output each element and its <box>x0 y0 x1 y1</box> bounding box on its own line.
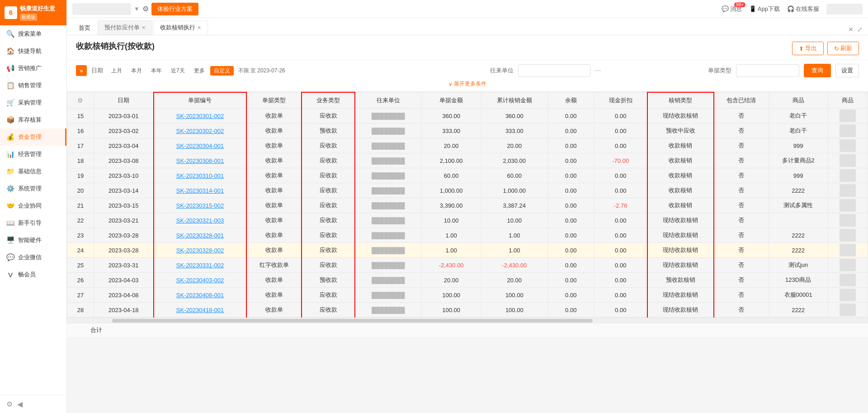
cell-product-img <box>828 273 868 288</box>
date-opt-7days[interactable]: 近7天 <box>167 66 189 76</box>
date-opt-more[interactable]: 更多 <box>190 66 208 76</box>
doc-no-link[interactable]: SK-20230408-001 <box>176 292 224 299</box>
sidebar-item-hardware[interactable]: 🖥️ 智能硬件 <box>0 232 66 249</box>
topbar-gear-icon[interactable]: ⚙ <box>142 5 149 13</box>
cell-cash-discount: 0.00 <box>594 243 647 258</box>
cell-cash-discount: 0.00 <box>594 183 647 198</box>
cell-balance: 0.00 <box>547 198 594 213</box>
date-opt-thisyear[interactable]: 本年 <box>147 66 165 76</box>
cell-balance: 0.00 <box>547 153 594 168</box>
collapse-icon[interactable]: ◀ <box>17 400 23 408</box>
sidebar-item-enterprise[interactable]: 🤝 企业协同 <box>0 197 66 214</box>
topbar-dropdown-icon[interactable]: ▼ <box>134 5 140 12</box>
cell-doc-no[interactable]: SK-20230304-001 <box>154 138 247 153</box>
refresh-button[interactable]: ↻ 刷新 <box>827 42 859 55</box>
chevron-down-icon: ∨ <box>448 81 453 87</box>
tab-verify[interactable]: 收款核销执行 ✕ <box>153 20 208 35</box>
cell-doc-no[interactable]: SK-20230403-002 <box>154 273 247 288</box>
date-opt-custom[interactable]: 自定义 <box>210 66 234 76</box>
window-close-icon[interactable]: ✕ <box>848 26 854 33</box>
cell-include-settled: 否 <box>714 183 769 198</box>
doc-no-link[interactable]: SK-20230418-001 <box>176 307 224 313</box>
online-service[interactable]: 🎧 在线客服 <box>787 5 819 13</box>
cell-doc-no[interactable]: SK-20230301-002 <box>154 109 247 123</box>
horizontal-scrollbar[interactable] <box>67 318 868 323</box>
doc-no-link[interactable]: SK-20230314-001 <box>176 187 224 194</box>
window-maximize-icon[interactable]: ⤢ <box>857 26 863 33</box>
column-settings-icon[interactable]: ⚙ <box>77 97 83 104</box>
doc-no-link[interactable]: SK-20230315-002 <box>176 202 224 209</box>
cell-doc-no[interactable]: SK-20230321-003 <box>154 213 247 228</box>
sidebar-item-operations[interactable]: 📊 经营管理 <box>0 146 66 163</box>
message-area[interactable]: 💬 消息 99+ <box>722 5 742 13</box>
cell-doc-no[interactable]: SK-20230328-002 <box>154 243 247 258</box>
cell-cash-discount: 0.00 <box>594 138 647 153</box>
sidebar-item-marketing[interactable]: 📢 营销推广 <box>0 60 66 77</box>
voucher-type-select[interactable] <box>736 64 799 77</box>
cell-include-settled: 否 <box>714 303 769 318</box>
cell-doc-no[interactable]: SK-20230328-001 <box>154 228 247 243</box>
tab-close-prepayment[interactable]: ✕ <box>142 25 146 31</box>
sidebar-logo: 6 畅康道好生意 标推版 <box>0 0 66 25</box>
sidebar-item-shortcut[interactable]: 🏠 快捷导航 <box>0 43 66 60</box>
cell-doc-no[interactable]: SK-20230302-002 <box>154 123 247 138</box>
table-row: 162023-03-02SK-20230302-002收款单预收款███████… <box>67 123 868 138</box>
app-download[interactable]: 📱 App下载 <box>749 5 780 13</box>
doc-no-link[interactable]: SK-20230328-002 <box>176 247 224 254</box>
solution-button[interactable]: 体验行业方案 <box>151 3 198 15</box>
doc-no-link[interactable]: SK-20230328-001 <box>176 232 224 239</box>
cell-doc-no[interactable]: SK-20230314-001 <box>154 183 247 198</box>
sidebar-item-member[interactable]: V 畅会员 <box>0 266 66 283</box>
table-wrapper[interactable]: ⚙ 日期 单据编号 单据类型 业务类型 往来单位 单据金额 累计核销金额 余额 … <box>67 92 868 413</box>
sidebar-item-sales[interactable]: 📋 销售管理 <box>0 77 66 94</box>
tab-home[interactable]: 首页 <box>72 21 97 35</box>
cell-include-settled: 否 <box>714 138 769 153</box>
doc-no-link[interactable]: SK-20230403-002 <box>176 277 224 284</box>
cell-doc-type: 收款单 <box>246 168 302 183</box>
cell-doc-no[interactable]: SK-20230310-001 <box>154 168 247 183</box>
cell-doc-type: 收款单 <box>246 183 302 198</box>
cell-doc-no[interactable]: SK-20230331-002 <box>154 258 247 273</box>
cell-partner: ████████ <box>355 168 421 183</box>
sidebar-item-wechat[interactable]: 💬 企业微信 <box>0 249 66 266</box>
tab-prepayment[interactable]: 预付款应付单 ✕ <box>98 20 152 35</box>
table-footer: 合计 <box>67 323 868 337</box>
partner-input[interactable] <box>518 64 590 77</box>
sidebar-item-system[interactable]: ⚙️ 系统管理 <box>0 180 66 197</box>
doc-no-link[interactable]: SK-20230301-002 <box>176 113 224 119</box>
th-settings[interactable]: ⚙ <box>67 92 94 109</box>
sidebar-item-basic[interactable]: 📁 基础信息 <box>0 163 66 180</box>
system-icon: ⚙️ <box>6 185 14 193</box>
cell-biz-type: 应收款 <box>302 228 355 243</box>
cell-doc-no[interactable]: SK-20230315-002 <box>154 198 247 213</box>
export-button[interactable]: ⬆ 导出 <box>792 42 824 55</box>
query-button[interactable]: 查询 <box>804 64 831 77</box>
doc-no-link[interactable]: SK-20230310-001 <box>176 172 224 179</box>
cell-id: 23 <box>67 228 94 243</box>
filter-toggle[interactable]: » <box>76 65 87 76</box>
cell-date: 2023-03-31 <box>94 258 153 273</box>
tab-close-verify[interactable]: ✕ <box>197 25 201 31</box>
settings-filter-button[interactable]: 设置 <box>835 64 859 77</box>
sidebar-item-search[interactable]: 🔍 搜索菜单 <box>0 25 66 43</box>
doc-no-link[interactable]: SK-20230321-003 <box>176 217 224 224</box>
doc-no-link[interactable]: SK-20230304-001 <box>176 142 224 149</box>
cell-doc-no[interactable]: SK-20230408-001 <box>154 288 247 303</box>
doc-no-link[interactable]: SK-20230308-001 <box>176 157 224 164</box>
sidebar-item-finance[interactable]: 💰 资金管理 <box>0 128 66 146</box>
cell-doc-no[interactable]: SK-20230308-001 <box>154 153 247 168</box>
doc-no-link[interactable]: SK-20230331-002 <box>176 262 224 269</box>
sidebar-item-guide[interactable]: 📖 新手引导 <box>0 214 66 232</box>
sidebar-item-purchase[interactable]: 🛒 采购管理 <box>0 94 66 111</box>
date-opt-lastmonth[interactable]: 上月 <box>108 66 126 76</box>
sidebar-item-inventory[interactable]: 📦 库存核算 <box>0 111 66 128</box>
expand-conditions-btn[interactable]: ∨ 展开更多条件 <box>448 80 486 88</box>
cell-doc-no[interactable]: SK-20230418-001 <box>154 303 247 318</box>
doc-no-link[interactable]: SK-20230302-002 <box>176 128 224 134</box>
cell-doc-type: 收款单 <box>246 198 302 213</box>
partner-more-icon[interactable]: ··· <box>595 66 601 75</box>
date-opt-thismonth[interactable]: 本月 <box>127 66 146 76</box>
cell-id: 28 <box>67 303 94 318</box>
cell-product: 多计量商品2 <box>769 153 828 168</box>
settings-bottom-icon[interactable]: ⚙ <box>6 400 13 408</box>
